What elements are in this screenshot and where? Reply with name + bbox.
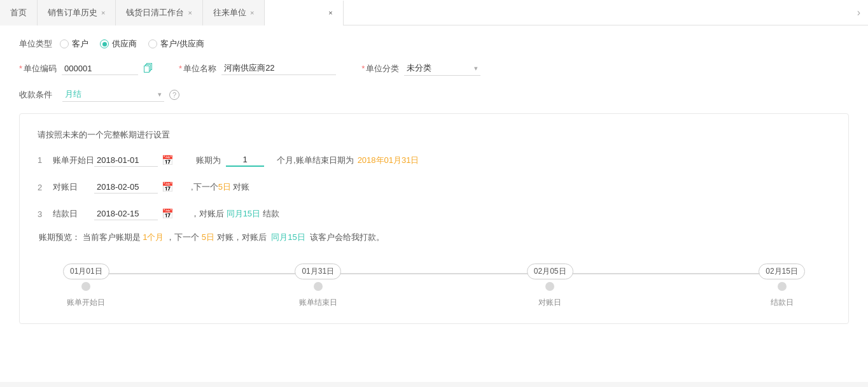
- reconciliation-row: 2 对账日 📅 ,下一个5日 对账: [38, 181, 830, 194]
- radio-circle-supplier: [100, 39, 109, 48]
- preview-static-4: 该客户会给我打款。: [310, 232, 384, 242]
- payment-terms-value: 月结: [65, 88, 81, 100]
- reconciliation-date-input[interactable]: [94, 181, 158, 194]
- billing-start-row: 1 账单开始日 📅 账期为 个月,账单结束日期为 2018年01月31日: [38, 153, 830, 167]
- row-num-1: 1: [38, 155, 53, 165]
- radio-circle-customer: [60, 39, 69, 48]
- timeline-node-1: 01月01日 账单开始日: [63, 264, 109, 308]
- tabs-more-button[interactable]: ›: [850, 7, 868, 18]
- unit-name-input[interactable]: [221, 62, 336, 75]
- timeline-node-4: 02月15日 结款日: [759, 264, 805, 308]
- timeline-dot-2: [314, 282, 323, 291]
- preview-months-highlight: 1个月: [143, 232, 164, 242]
- radio-customer[interactable]: 客户: [60, 38, 88, 50]
- payment-desc: ，对账后 同月15日 结款: [191, 208, 279, 220]
- preview-text: 账期预览： 当前客户账期是 1个月 ，下一个 5日 对账，对账后 同月15日 该…: [38, 232, 830, 243]
- unit-name-field: * 单位名称: [179, 62, 336, 75]
- payment-date-input[interactable]: [94, 208, 158, 220]
- radio-label-both: 客户/供应商: [160, 38, 204, 50]
- radio-dot-supplier: [102, 42, 107, 46]
- payment-terms-help-icon[interactable]: ?: [169, 90, 179, 100]
- billing-start-desc-before: 账期为: [196, 155, 221, 166]
- billing-start-date-input[interactable]: [94, 154, 158, 167]
- unit-type-row: 单位类型 客户 供应商 客户/供应商: [19, 38, 849, 50]
- payment-day-highlight: 同月15日: [227, 209, 260, 218]
- unit-info-row: * 单位编码 🗍 * 单位名称 * 单位分类 未分类 ▾: [19, 61, 849, 76]
- unit-type-label: 单位类型: [19, 38, 52, 50]
- billing-start-label: 账单开始日: [53, 155, 94, 166]
- preview-static-3: 对账，对账后: [217, 232, 267, 242]
- tab-close-cash[interactable]: ×: [188, 9, 192, 17]
- section-description: 请按照未来的一个完整帐期进行设置: [38, 129, 830, 141]
- payment-terms-arrow-icon: ▾: [158, 90, 162, 99]
- timeline-date-2: 01月31日: [295, 264, 341, 279]
- unit-code-field: * 单位编码 🗍: [19, 62, 153, 75]
- billing-end-date-highlight: 2018年01月31日: [358, 155, 419, 166]
- reconciliation-label: 对账日: [53, 181, 94, 193]
- unit-category-label: 单位分类: [366, 63, 399, 74]
- row-num-2: 2: [38, 183, 53, 192]
- payment-terms-row: 收款条件 月结 ▾ ?: [19, 87, 849, 102]
- timeline-date-3: 02月05日: [527, 264, 573, 279]
- radio-both[interactable]: 客户/供应商: [148, 38, 204, 50]
- timeline-dot-3: [545, 282, 554, 291]
- row-num-3: 3: [38, 209, 53, 219]
- timeline-items: 01月01日 账单开始日 01月31日 账单结束日 02月05日 对账日 02月…: [63, 264, 805, 308]
- tab-close-edit[interactable]: ×: [328, 9, 332, 17]
- preview-payment-day-highlight: 同月15日: [271, 232, 305, 242]
- timeline-label-2: 账单结束日: [299, 297, 337, 308]
- unit-category-select[interactable]: 未分类 ▾: [404, 61, 480, 76]
- tab-counterpart-unit[interactable]: 往来单位 ×: [203, 0, 265, 25]
- timeline-date-4: 02月15日: [759, 264, 805, 279]
- payment-label: 结款日: [53, 208, 94, 220]
- radio-label-customer: 客户: [72, 38, 88, 50]
- timeline-node-3: 02月05日 对账日: [527, 264, 573, 308]
- tabs-bar: 首页 销售订单历史 × 钱货日清工作台 × 往来单位 × 编辑往来单位 × ›: [0, 0, 868, 25]
- payment-calendar-icon[interactable]: 📅: [162, 208, 174, 220]
- preview-day-highlight: 5日: [202, 232, 214, 242]
- unit-type-radio-group: 客户 供应商 客户/供应商: [60, 38, 204, 50]
- reconciliation-desc: ,下一个5日 对账: [191, 181, 249, 193]
- timeline-node-2: 01月31日 账单结束日: [295, 264, 341, 308]
- unit-category-value: 未分类: [407, 62, 431, 74]
- billing-period-months-input[interactable]: [226, 153, 264, 167]
- tab-edit-unit[interactable]: 编辑往来单位 ×: [265, 1, 343, 26]
- unit-category-arrow-icon: ▾: [474, 64, 478, 73]
- billing-period-section: 请按照未来的一个完整帐期进行设置 1 账单开始日 📅 账期为 个月,账单结束日期…: [19, 113, 849, 324]
- timeline-container: 01月01日 账单开始日 01月31日 账单结束日 02月05日 对账日 02月…: [38, 258, 830, 308]
- tab-close-counterpart[interactable]: ×: [250, 9, 254, 17]
- tab-close-sales[interactable]: ×: [101, 9, 105, 17]
- tab-home[interactable]: 首页: [0, 0, 38, 25]
- radio-supplier[interactable]: 供应商: [100, 38, 137, 50]
- radio-label-supplier: 供应商: [112, 38, 137, 50]
- preview-static-1: 当前客户账期是: [83, 232, 141, 242]
- unit-code-input[interactable]: [62, 62, 138, 75]
- unit-category-field: * 单位分类 未分类 ▾: [361, 61, 480, 76]
- unit-name-label: 单位名称: [183, 63, 216, 74]
- payment-terms-select[interactable]: 月结 ▾: [62, 87, 164, 102]
- payment-terms-label: 收款条件: [19, 89, 52, 101]
- timeline-dot-1: [81, 282, 90, 291]
- timeline-label-4: 结款日: [771, 297, 794, 308]
- timeline-label-3: 对账日: [538, 297, 561, 308]
- main-content: 单位类型 客户 供应商 客户/供应商 * 单位编码: [0, 25, 868, 382]
- timeline-date-1: 01月01日: [63, 264, 109, 279]
- tab-cash-workbench[interactable]: 钱货日清工作台 ×: [116, 0, 202, 25]
- tab-sales-order-history[interactable]: 销售订单历史 ×: [38, 0, 116, 25]
- unit-code-copy-icon[interactable]: 🗍: [143, 63, 153, 74]
- reconciliation-day-highlight: 5日: [218, 182, 231, 192]
- payment-row: 3 结款日 📅 ，对账后 同月15日 结款: [38, 208, 830, 220]
- timeline-dot-4: [778, 282, 787, 291]
- preview-label: 账期预览：: [39, 232, 80, 242]
- timeline-label-1: 账单开始日: [67, 297, 105, 308]
- reconciliation-calendar-icon[interactable]: 📅: [162, 181, 174, 193]
- radio-circle-both: [148, 39, 157, 48]
- preview-static-2: ，下一个: [166, 232, 199, 242]
- billing-start-desc-after: 个月,账单结束日期为: [277, 155, 354, 166]
- billing-start-calendar-icon[interactable]: 📅: [162, 155, 174, 166]
- unit-code-label: 单位编码: [24, 63, 57, 74]
